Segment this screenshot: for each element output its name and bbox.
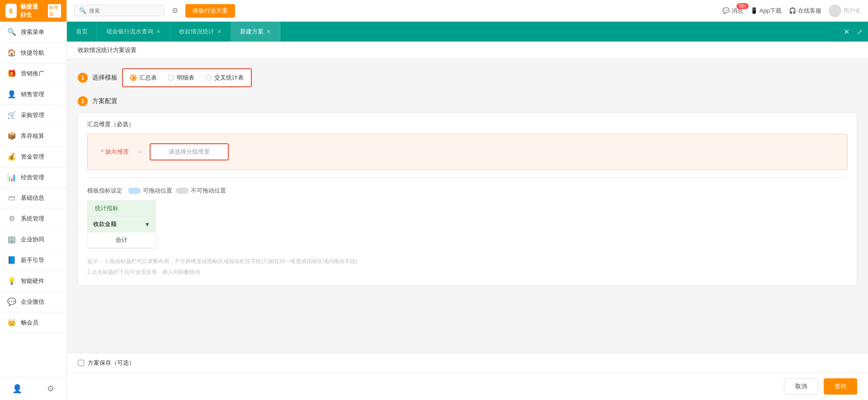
tab-label-receipt-stats: 收款情况统计 xyxy=(179,28,214,36)
online-service-btn[interactable]: 🎧 在线客服 xyxy=(789,7,821,15)
metrics-col-header: 统计指标 xyxy=(88,201,156,216)
tab-close-receipt-stats[interactable]: ✕ xyxy=(217,28,222,35)
username-label: 用户名 xyxy=(843,7,861,15)
legend-nodrag-item: 不可拖动位置 xyxy=(176,187,226,195)
query-button[interactable]: 查询 xyxy=(824,378,857,395)
tab-close-new-plan[interactable]: ✕ xyxy=(266,28,271,35)
sidebar-label-search: 搜索菜单 xyxy=(21,28,44,36)
tab-label-new-plan: 新建方案 xyxy=(240,28,264,36)
sidebar-icon-enterprise: 🏢 xyxy=(7,235,16,244)
nodrag-indicator xyxy=(176,188,189,194)
step2-label: 方案配置 xyxy=(92,97,118,105)
sidebar-item-guide[interactable]: 📘新手引导 xyxy=(0,250,66,271)
sidebar-label-hardware: 智能硬件 xyxy=(21,277,44,285)
radio-circle-summary xyxy=(130,75,137,81)
settings-icon[interactable]: ⚙ xyxy=(170,5,180,17)
search-box[interactable]: 🔍 xyxy=(74,5,165,16)
metrics-title: 模板指标设定 xyxy=(87,187,123,195)
sidebar-bottom-settings[interactable]: ⚙ xyxy=(44,381,57,396)
row-label: * 纵向维度 xyxy=(101,148,129,156)
tab-receipt-stats[interactable]: 收款情况统计✕ xyxy=(170,22,231,42)
sidebar-item-member[interactable]: 👑畅会员 xyxy=(0,312,66,333)
page-header: 收款情况统计方案设置 xyxy=(67,42,868,59)
save-checkbox[interactable] xyxy=(78,360,84,366)
save-label: 方案保存（可选） xyxy=(88,359,135,367)
online-service-label: 在线客服 xyxy=(798,7,821,15)
sidebar-icon-hardware: 💡 xyxy=(7,277,16,285)
sidebar-icon-guide: 📘 xyxy=(7,256,16,264)
sidebar-item-search[interactable]: 🔍搜索菜单 xyxy=(0,22,66,42)
page-content: 收款情况统计方案设置 1 选择模板 汇总表 明细表 交叉统计表 xyxy=(67,42,868,400)
user-info[interactable]: 用户名 xyxy=(829,5,861,17)
dimension-row: * 纵向维度 → 请选择分组维度 xyxy=(101,143,229,160)
sidebar-icon-member: 👑 xyxy=(7,318,16,327)
step1-section: 1 选择模板 汇总表 明细表 交叉统计表 xyxy=(78,68,857,87)
sidebar-label-wechat: 企业微信 xyxy=(21,298,44,306)
sidebar-logo: 6 畅捷通好生 标准版 xyxy=(0,0,66,22)
radio-detail[interactable]: 明细表 xyxy=(168,74,194,82)
tab-bank-flow[interactable]: 现金银行流水查询✕ xyxy=(97,22,170,42)
tab-close-bank-flow[interactable]: ✕ xyxy=(156,28,160,35)
sidebar-icon-finance: 💰 xyxy=(7,152,16,161)
sidebar-item-enterprise[interactable]: 🏢企业协同 xyxy=(0,229,66,250)
step1-header: 1 选择模板 汇总表 明细表 交叉统计表 xyxy=(78,68,857,87)
legend-draggable-label: 可拖动位置 xyxy=(143,187,172,195)
sidebar-label-finance: 资金管理 xyxy=(21,153,44,161)
search-icon: 🔍 xyxy=(79,7,86,14)
sidebar-item-hardware[interactable]: 💡智能硬件 xyxy=(0,271,66,292)
hint-item: 2.点击标题栏下拉可设置排序、插入列和删除列 xyxy=(87,267,848,278)
sidebar-icon-search: 🔍 xyxy=(7,28,16,36)
sidebar-icon-system: ⚙ xyxy=(7,214,16,223)
radio-summary[interactable]: 汇总表 xyxy=(130,74,157,82)
sidebar-item-wechat[interactable]: 💬企业微信 xyxy=(0,292,66,312)
trial-button[interactable]: 体验行业方案 xyxy=(185,4,235,18)
sidebar-item-operations[interactable]: 📊经营管理 xyxy=(0,167,66,188)
sidebar-label-guide: 新手引导 xyxy=(21,256,44,264)
close-tab-icon[interactable]: ✕ xyxy=(842,26,851,38)
avatar xyxy=(829,5,841,17)
download-icon: 📱 xyxy=(750,7,758,14)
metrics-legend: 可拖动位置 不可拖动位置 xyxy=(128,187,226,195)
sidebar-item-inventory[interactable]: 📦库存核算 xyxy=(0,126,66,146)
radio-cross[interactable]: 交叉统计表 xyxy=(205,74,244,82)
tab-home[interactable]: 首页 xyxy=(67,22,97,42)
sidebar-item-finance[interactable]: 💰资金管理 xyxy=(0,146,66,167)
metrics-header: 模板指标设定 可拖动位置 不可拖动位置 xyxy=(87,187,848,195)
template-radio-group: 汇总表 明细表 交叉统计表 xyxy=(122,68,252,87)
metrics-cell-amount[interactable]: 收款金额 ▼ xyxy=(88,216,156,232)
sidebar-item-marketing[interactable]: 🎁营销推广 xyxy=(0,63,66,84)
metrics-section: 模板指标设定 可拖动位置 不可拖动位置 xyxy=(87,187,848,249)
sidebar-label-inventory: 库存核算 xyxy=(21,132,44,140)
sidebar-item-purchase[interactable]: 🛒采购管理 xyxy=(0,105,66,126)
dimension-title: 汇总维度（必选） xyxy=(87,120,848,128)
sidebar-label-base-info: 基础信息 xyxy=(21,194,44,202)
sidebar-icon-marketing: 🎁 xyxy=(7,69,16,78)
topbar: 🔍 ⚙ 体验行业方案 💬 消息 99+ 📱 App下载 🎧 在线客服 用户名 xyxy=(67,0,868,22)
step2-section: 2 方案配置 汇总维度（必选） * 纵向维度 → 请选择分组维度 xyxy=(78,96,857,285)
app-download-btn[interactable]: 📱 App下载 xyxy=(750,7,782,15)
sidebar-item-quick-nav[interactable]: 🏠快捷导航 xyxy=(0,42,66,63)
draggable-indicator xyxy=(128,188,141,194)
sidebar-icon-base-info: 🗃 xyxy=(7,194,16,202)
sidebar-item-system[interactable]: ⚙系统管理 xyxy=(0,208,66,229)
sidebar-icon-operations: 📊 xyxy=(7,173,16,182)
cancel-button[interactable]: 取消 xyxy=(784,378,818,395)
search-input[interactable] xyxy=(89,8,152,14)
radio-label-detail: 明细表 xyxy=(177,74,194,82)
sidebar-item-base-info[interactable]: 🗃基础信息 xyxy=(0,188,66,208)
tab-label-home: 首页 xyxy=(76,28,88,36)
sidebar-label-member: 畅会员 xyxy=(21,319,38,327)
sidebar-item-sales[interactable]: 👤销售管理 xyxy=(0,84,66,105)
sidebar-bottom-user[interactable]: 👤 xyxy=(9,381,25,396)
tab-new-plan[interactable]: 新建方案✕ xyxy=(231,22,280,42)
metrics-table: 统计指标 收款金额 ▼ 合计 xyxy=(87,200,156,249)
service-icon: 🎧 xyxy=(789,7,796,14)
topbar-right: 💬 消息 99+ 📱 App下载 🎧 在线客服 用户名 xyxy=(722,5,861,17)
maximize-icon[interactable]: ⤢ xyxy=(855,26,864,38)
dimension-select[interactable]: 请选择分组维度 xyxy=(150,143,229,160)
notification-btn[interactable]: 💬 消息 99+ xyxy=(722,7,743,15)
dimension-area: * 纵向维度 → 请选择分组维度 xyxy=(87,134,848,170)
metrics-cell-label: 收款金额 xyxy=(93,220,117,228)
logo-icon: 6 xyxy=(5,4,17,18)
sidebar-icon-inventory: 📦 xyxy=(7,132,16,140)
